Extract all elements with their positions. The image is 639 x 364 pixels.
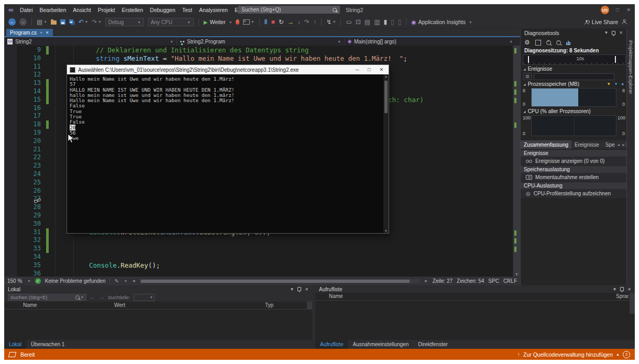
hot-reload-icon[interactable]: [236, 19, 239, 25]
chevron-down-icon[interactable]: ▼: [43, 20, 47, 24]
next-result-icon[interactable]: →: [99, 294, 104, 300]
timeline-marker[interactable]: [615, 56, 616, 63]
section-action-ereignisse-anzeigen-0-von-0[interactable]: Ereignisse anzeigen (0 von 0): [521, 157, 626, 166]
uncomment-icon[interactable]: ▥: [374, 19, 380, 25]
show-next-statement-icon[interactable]: →: [288, 19, 294, 25]
open-folder-icon[interactable]: [51, 19, 57, 25]
restart-icon[interactable]: ↻: [279, 19, 284, 25]
redo-icon[interactable]: ↷▼: [92, 19, 102, 25]
navigate-symbol-icon[interactable]: ⊡: [356, 19, 361, 25]
add-to-source-control-button[interactable]: Zur Quellcodeverwaltung hinzufügen: [523, 351, 613, 358]
column-header-name[interactable]: Name: [329, 293, 343, 299]
chevron-down-icon[interactable]: ▼: [338, 40, 341, 43]
chevron-down-icon[interactable]: ▼: [251, 20, 254, 24]
pin-icon[interactable]: [298, 287, 301, 291]
maximize-button[interactable]: □: [616, 7, 619, 13]
menu-item-projekt[interactable]: Projekt: [98, 7, 115, 13]
scroll-left-icon[interactable]: ◄: [616, 143, 620, 147]
chevron-down-icon[interactable]: ▼: [612, 287, 616, 292]
scroll-right-icon[interactable]: ►: [622, 143, 625, 147]
comment-icon[interactable]: ▤: [365, 19, 370, 25]
problems-status[interactable]: Keine Probleme gefunden: [45, 278, 106, 284]
scroll-down-icon[interactable]: ▼: [383, 229, 389, 233]
column-header-name[interactable]: Name: [23, 302, 37, 308]
events-filter-input[interactable]: [534, 73, 614, 80]
spaces-indicator[interactable]: SPC: [488, 278, 499, 284]
continue-button[interactable]: ▶Weiter▼: [204, 19, 232, 25]
callstack-scrollbar[interactable]: [630, 293, 635, 314]
menu-item-datei[interactable]: Datei: [20, 7, 33, 13]
menu-item-bearbeiten[interactable]: Bearbeiten: [40, 7, 67, 13]
chevron-down-icon[interactable]: ▼: [469, 20, 472, 24]
configuration-combo[interactable]: Debug▼: [105, 18, 144, 26]
locals-scrollbar[interactable]: [307, 302, 312, 309]
breadcrumb-method[interactable]: Main(string[] args) ▼: [345, 37, 516, 46]
diag-tab-zusammenfassung[interactable]: Zusammenfassung: [521, 140, 571, 149]
filter-icon[interactable]: ▥: [523, 73, 532, 80]
console-maximize-button[interactable]: □: [368, 67, 370, 72]
chart-icon[interactable]: [566, 40, 570, 45]
chevron-down-icon[interactable]: ▼: [98, 20, 101, 24]
locals-titlebar[interactable]: Lokal ▼ ✕: [4, 285, 312, 293]
scrollbar-thumb[interactable]: [141, 280, 410, 283]
scroll-up-icon[interactable]: ▲: [383, 75, 389, 78]
tab-aufrufliste[interactable]: Aufrufliste: [315, 340, 348, 349]
diag-tab-ereignisse[interactable]: Ereignisse: [571, 140, 602, 149]
snapshot-icon[interactable]: ▼: [243, 19, 254, 25]
console-output[interactable]: Hallo mein Name ist Uwe und wir haben he…: [67, 74, 389, 233]
close-icon[interactable]: ✕: [619, 30, 623, 35]
stop-debug-icon[interactable]: ■: [271, 19, 275, 25]
diagnostics-timeline[interactable]: 10s: [523, 54, 626, 65]
bookmark-icon[interactable]: ▮: [383, 19, 387, 25]
find-in-files-icon[interactable]: ▭: [346, 19, 351, 25]
chevron-down-icon[interactable]: ▼: [170, 40, 173, 43]
filter-funnel-icon[interactable]: ▼: [607, 82, 611, 86]
chevron-down-icon[interactable]: ▼: [604, 30, 608, 35]
quick-search-box[interactable]: Suchen (Strg+Q): [238, 6, 340, 14]
close-tab-icon[interactable]: ✕: [46, 30, 49, 35]
chevron-down-icon[interactable]: ▼: [124, 279, 127, 283]
tab-ausnahmeeinstellungen[interactable]: Ausnahmeeinstellungen: [348, 340, 413, 349]
platform-combo[interactable]: Any CPU▼: [148, 18, 194, 26]
console-titlebar[interactable]: Auswählen C:\Users\vm_01\source\repos\St…: [67, 65, 389, 74]
chevron-down-icon[interactable]: ▼: [510, 40, 513, 43]
code-cleanup-icon[interactable]: [114, 278, 118, 284]
close-icon[interactable]: ✕: [305, 287, 309, 292]
cpu-expander[interactable]: ◢ CPU (% aller Prozessoren): [521, 108, 626, 114]
settings-gear-icon[interactable]: ⚙: [524, 39, 530, 46]
zoom-in-icon[interactable]: [546, 40, 551, 45]
scroll-left-icon[interactable]: ◄: [131, 279, 136, 283]
chevron-down-icon[interactable]: ▼: [81, 295, 84, 299]
task-list-icon[interactable]: ▤▼: [37, 19, 47, 25]
tab-lokal[interactable]: Lokal: [4, 340, 26, 349]
memory-expander[interactable]: ◢ Prozessspeicher (MB) ▼ ▼ ●: [521, 81, 626, 87]
breakpoint-margin[interactable]: [4, 37, 17, 277]
chevron-down-icon[interactable]: ▼: [85, 20, 88, 24]
step-over-icon[interactable]: ↷: [304, 19, 310, 25]
search-depth-combo[interactable]: ▼: [134, 294, 155, 301]
scroll-right-icon[interactable]: ►: [424, 279, 428, 283]
pin-icon[interactable]: [612, 31, 615, 35]
scroll-down-icon[interactable]: ▼: [513, 272, 520, 276]
next-bookmark-icon[interactable]: ▯: [398, 19, 402, 25]
breadcrumb-project[interactable]: C# String2 ▼: [4, 37, 177, 46]
eol-indicator[interactable]: CRLF: [503, 278, 517, 284]
break-all-icon[interactable]: ‖: [265, 19, 268, 25]
zoom-level[interactable]: 150 %: [7, 278, 22, 284]
step-out-icon[interactable]: ↑: [313, 19, 316, 25]
application-insights-button[interactable]: ◉Application Insights▼: [411, 19, 472, 25]
minimize-button[interactable]: ─: [605, 7, 608, 13]
apply-code-changes-icon[interactable]: ↯▼: [326, 19, 336, 25]
menu-item-debuggen[interactable]: Debuggen: [150, 7, 175, 13]
console-scrollbar[interactable]: ▲ ▼: [383, 74, 389, 233]
chevron-up-icon[interactable]: ▲: [616, 352, 620, 356]
notifications-badge[interactable]: 2: [623, 351, 630, 358]
callstack-titlebar[interactable]: Aufrufliste ▼ ✕: [315, 285, 635, 293]
close-icon[interactable]: ✕: [627, 287, 631, 292]
tab-direktfenster[interactable]: Direktfenster: [413, 340, 453, 349]
pin-tab-icon[interactable]: +: [40, 30, 42, 35]
section-action-cpu-profilerstellung-aufzeichnen[interactable]: ◎CPU-Profilerstellung aufzeichnen: [521, 189, 626, 198]
chevron-down-icon[interactable]: ▼: [290, 287, 294, 292]
chevron-down-icon[interactable]: ▼: [187, 20, 190, 24]
chevron-down-icon[interactable]: ▼: [229, 20, 232, 24]
